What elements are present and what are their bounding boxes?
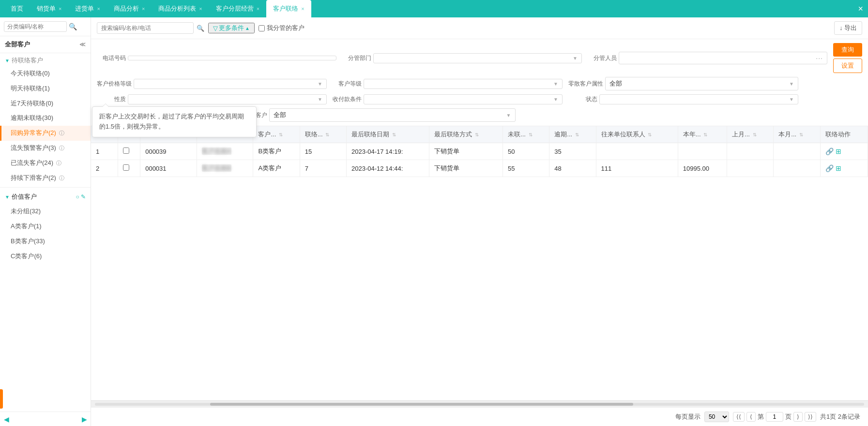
col-actions: 联络动作 <box>820 126 868 143</box>
sidebar-item-declining[interactable]: 持续下滑客户(2) ⓘ <box>0 171 91 186</box>
close-customer-contact-tab[interactable]: × <box>301 6 304 12</box>
sidebar-bottom-nav: ◀ ▶ <box>0 411 91 426</box>
menu-icon-1[interactable]: ⊞ <box>836 147 841 155</box>
sidebar-item-churned[interactable]: 已流失客户(24) ⓘ <box>0 156 91 171</box>
nav-goods-analysis-list[interactable]: 商品分析列表 × <box>152 0 209 17</box>
col-this-month[interactable]: 本月... ⇅ <box>774 126 820 143</box>
content-area: 🔍 ▽ 更多条件 ▲ 我分管的客户 ↓ 导出 电话号码 <box>91 17 868 426</box>
top-nav: 首页 销货单 × 进货单 × 商品分析 × 商品分析列表 × 客户分层经营 × … <box>0 0 868 17</box>
sidebar-prev-arrow[interactable]: ◀ <box>4 415 9 423</box>
nav-customer-tier[interactable]: 客户分层经营 × <box>209 0 266 17</box>
export-button[interactable]: ↓ 导出 <box>834 21 862 35</box>
sidebar-search-input[interactable] <box>4 21 67 32</box>
sidebar: 🔍 全部客户 ≪ ▼ 待联络客户 今天待联络(0) 明天待联络(1) 近7天待联… <box>0 17 91 426</box>
close-sales-tab[interactable]: × <box>59 6 61 12</box>
cell-name-1: 客户名称A <box>197 143 253 160</box>
retail-attr-select[interactable]: 全部 ▼ <box>605 77 798 90</box>
filter-icon: ▽ <box>213 25 218 32</box>
col-last-contact-date[interactable]: 最后联络日期 ⇅ <box>346 126 429 143</box>
scrollbar-thumb[interactable] <box>210 403 633 406</box>
menu-icon-2[interactable]: ⊞ <box>836 164 841 172</box>
price-level-select[interactable]: ▼ <box>134 79 327 89</box>
sort-icon-annual: ⇅ <box>703 132 707 137</box>
nav-home[interactable]: 首页 <box>4 0 30 17</box>
sidebar-item-b-class[interactable]: B类客户(33) <box>0 234 91 249</box>
close-goods-analysis-tab[interactable]: × <box>142 6 145 12</box>
last-page-button[interactable]: ⟩⟩ <box>805 412 816 422</box>
sidebar-item-ungrouped[interactable]: 未分组(32) <box>0 204 91 219</box>
info-icon-churned: ⓘ <box>56 160 61 166</box>
cell-this-month-2 <box>774 160 820 177</box>
dept-label: 分管部门 <box>342 54 371 62</box>
nav-sales[interactable]: 销货单 × <box>30 0 68 17</box>
last-method-link-1[interactable]: 下销货单 <box>434 147 459 155</box>
sidebar-item-abnormal-repurchase[interactable]: 回购异常客户(2) ⓘ <box>0 126 91 141</box>
sidebar-search-icon[interactable]: 🔍 <box>69 23 77 30</box>
value-group-edit-icons[interactable]: ○ ✎ <box>76 193 86 200</box>
sidebar-item-c-class[interactable]: C类客户(6) <box>0 249 91 264</box>
close-goods-analysis-list-tab[interactable]: × <box>199 6 202 12</box>
close-customer-tier-tab[interactable]: × <box>257 6 259 12</box>
my-customers-checkbox[interactable] <box>259 25 265 31</box>
customer-level-select[interactable]: ▼ <box>364 79 563 89</box>
cell-last-method-1: 下销货单 <box>429 143 503 160</box>
col-annual[interactable]: 本年... ⇅ <box>678 126 727 143</box>
sidebar-collapse-icon[interactable]: ≪ <box>79 41 86 48</box>
retail-customer-select[interactable]: 全部 ▼ <box>269 108 516 122</box>
sort-icon-last-date: ⇅ <box>392 132 396 137</box>
dept-select[interactable]: ▼ <box>373 53 582 63</box>
next-page-button[interactable]: ⟩ <box>793 412 803 422</box>
tooltip-bubble: 距客户上次交易时长，超过了此客户的平均交易周期的1.5倍，则视为异常。 <box>92 106 257 137</box>
sidebar-item-overdue-pending[interactable]: 逾期未联络(30) <box>0 111 91 126</box>
prev-page-button[interactable]: ⟨ <box>746 412 756 422</box>
customer-level-chevron-icon: ▼ <box>553 81 558 87</box>
horizontal-scrollbar[interactable] <box>91 400 868 407</box>
phone-input[interactable] <box>128 56 336 60</box>
nav-purchase[interactable]: 进货单 × <box>68 0 107 17</box>
col-customer-type[interactable]: 客户... ⇅ <box>253 126 300 143</box>
cell-seq-2: 2 <box>91 160 118 177</box>
cell-seq-1: 1 <box>91 143 118 160</box>
col-unit-contact[interactable]: 往来单位联系人 ⇅ <box>596 126 678 143</box>
col-overdue-days[interactable]: 逾期... ⇅ <box>549 126 596 143</box>
first-page-button[interactable]: ⟨⟨ <box>733 412 745 422</box>
query-button[interactable]: 查询 <box>833 43 862 57</box>
sidebar-next-arrow[interactable]: ▶ <box>82 415 87 423</box>
sidebar-item-today-pending[interactable]: 今天待联络(0) <box>0 66 91 81</box>
status-select[interactable]: ▼ <box>599 94 798 104</box>
page-number-input[interactable] <box>766 412 783 422</box>
col-last-contact-method[interactable]: 最后联络方式 ⇅ <box>429 126 503 143</box>
sidebar-item-7days-pending[interactable]: 近7天待联络(0) <box>0 96 91 111</box>
settings-button[interactable]: 设置 <box>833 59 862 73</box>
more-filters-button[interactable]: ▽ 更多条件 ▲ <box>208 23 255 33</box>
last-method-link-2[interactable]: 下销货单 <box>434 164 459 172</box>
my-customers-checkbox-label[interactable]: 我分管的客户 <box>259 24 305 32</box>
payment-select[interactable]: ▼ <box>364 94 563 104</box>
per-page-select[interactable]: 50 100 200 <box>704 411 729 422</box>
pagination-bar: 每页显示 50 100 200 ⟨⟨ ⟨ 第 页 ⟩ ⟩⟩ 共1页 2条记录 <box>91 407 868 426</box>
sort-icon-unit-contact: ⇅ <box>648 132 652 137</box>
col-last-month[interactable]: 上月... ⇅ <box>727 126 774 143</box>
contact-icon-1[interactable]: 🔗 <box>825 147 834 155</box>
gender-select[interactable]: ▼ <box>128 94 327 104</box>
cell-type-2: A类客户 <box>253 160 300 177</box>
nav-goods-analysis[interactable]: 商品分析 × <box>107 0 152 17</box>
main-search-input[interactable] <box>97 22 194 34</box>
person-input[interactable]: ··· <box>619 52 827 64</box>
nav-customer-contact[interactable]: 客户联络 × <box>266 0 311 17</box>
col-contact-count[interactable]: 联络... ⇅ <box>300 126 346 143</box>
row-checkbox-2[interactable] <box>123 164 129 171</box>
sidebar-item-churn-warning[interactable]: 流失预警客户(3) ⓘ <box>0 141 91 156</box>
payment-filter-field: 收付款条件 ▼ <box>333 94 563 104</box>
cell-code-2: 000031 <box>140 160 197 177</box>
filter-row-3: 性质 ▼ 收付款条件 ▼ 状态 ▼ <box>97 94 862 104</box>
cell-unit-contact-1 <box>596 143 678 160</box>
sidebar-item-tomorrow-pending[interactable]: 明天待联络(1) <box>0 81 91 96</box>
row-checkbox-1[interactable] <box>123 147 129 154</box>
main-search-icon[interactable]: 🔍 <box>197 25 204 32</box>
window-close-button[interactable]: × <box>858 4 863 14</box>
contact-icon-2[interactable]: 🔗 <box>825 164 834 172</box>
col-no-contact-days[interactable]: 未联... ⇅ <box>503 126 549 143</box>
close-purchase-tab[interactable]: × <box>97 6 100 12</box>
sidebar-item-a-class[interactable]: A类客户(1) <box>0 219 91 234</box>
